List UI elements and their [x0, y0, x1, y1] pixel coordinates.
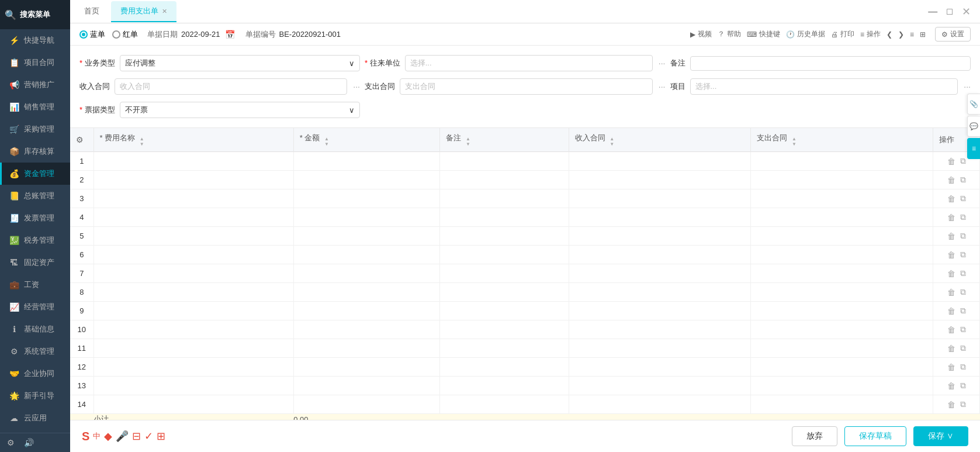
save-button[interactable]: 保存 ∨ — [913, 426, 968, 446]
copy-row-icon[interactable]: ⧉ — [960, 268, 966, 278]
video-action[interactable]: ▶ 视频 — [690, 29, 712, 39]
expense-contract-cell[interactable] — [751, 302, 933, 320]
sidebar-item-operations-mgmt[interactable]: 📈 经营管理 — [0, 296, 70, 318]
amount-cell[interactable] — [293, 189, 440, 208]
th-income-contract[interactable]: 收入合同 ▲ ▼ — [569, 128, 751, 152]
remark-cell[interactable] — [440, 358, 569, 377]
next-button[interactable]: ❯ — [898, 30, 904, 39]
delete-row-icon[interactable]: 🗑 — [947, 194, 955, 203]
settings-icon[interactable]: ⚙ — [7, 438, 15, 447]
gear-icon[interactable]: ⚙ — [76, 135, 84, 144]
sidebar-item-sales-mgmt[interactable]: 📊 销售管理 — [0, 96, 70, 118]
amount-cell[interactable] — [293, 227, 440, 246]
delete-row-icon[interactable]: 🗑 — [947, 232, 955, 241]
copy-row-icon[interactable]: ⧉ — [960, 231, 966, 241]
income-contract-cell[interactable] — [569, 171, 751, 189]
ops-action[interactable]: ≡ 操作 — [860, 29, 881, 39]
save-draft-button[interactable]: 保存草稿 — [844, 426, 906, 446]
amount-cell[interactable] — [293, 152, 440, 171]
copy-row-icon[interactable]: ⧉ — [960, 381, 966, 391]
remark-cell[interactable] — [440, 171, 569, 189]
copy-row-icon[interactable]: ⧉ — [960, 399, 966, 409]
income-contract-cell[interactable] — [569, 208, 751, 227]
remark-input[interactable] — [690, 56, 971, 71]
date-value[interactable]: 2022-09-21 — [181, 30, 220, 39]
expense-name-cell[interactable] — [94, 208, 293, 227]
expense-name-cell[interactable] — [94, 246, 293, 264]
amount-cell[interactable] — [293, 339, 440, 358]
list-view-button[interactable]: ≡ — [910, 30, 914, 39]
sidebar-item-capital-mgmt[interactable]: 💰 资金管理 — [0, 163, 70, 185]
delete-row-icon[interactable]: 🗑 — [947, 325, 955, 334]
amount-cell[interactable] — [293, 320, 440, 339]
bill-type-select[interactable]: 不开票 ∨ — [120, 102, 360, 118]
expense-contract-cell[interactable] — [751, 339, 933, 358]
expense-contract-cell[interactable] — [751, 171, 933, 189]
remark-cell[interactable] — [440, 283, 569, 302]
close-window-button[interactable]: ✕ — [960, 5, 973, 18]
copy-row-icon[interactable]: ⧉ — [960, 343, 966, 353]
expense-name-cell[interactable] — [94, 358, 293, 377]
copy-row-icon[interactable]: ⧉ — [960, 156, 966, 166]
income-contract-cell[interactable] — [569, 227, 751, 246]
expense-name-cell[interactable] — [94, 395, 293, 414]
blue-single-radio[interactable]: 蓝单 — [79, 29, 105, 40]
income-contract-cell[interactable] — [569, 358, 751, 377]
remark-cell[interactable] — [440, 264, 569, 283]
income-contract-cell[interactable] — [569, 189, 751, 208]
expense-contract-cell[interactable] — [751, 358, 933, 377]
amount-cell[interactable] — [293, 377, 440, 395]
expense-contract-cell[interactable] — [751, 283, 933, 302]
sidebar-item-new-guide[interactable]: 🌟 新手引导 — [0, 385, 70, 407]
amount-cell[interactable] — [293, 246, 440, 264]
grid-view-button[interactable]: ⊞ — [920, 30, 926, 39]
delete-row-icon[interactable]: 🗑 — [947, 363, 955, 372]
income-contract-cell[interactable] — [569, 152, 751, 171]
expense-contract-cell[interactable] — [751, 208, 933, 227]
expense-contract-input[interactable]: 支出合同 — [400, 78, 653, 95]
prev-button[interactable]: ❮ — [886, 30, 892, 39]
amount-cell[interactable] — [293, 283, 440, 302]
delete-row-icon[interactable]: 🗑 — [947, 213, 955, 222]
income-contract-cell[interactable] — [569, 339, 751, 358]
minimize-button[interactable]: — — [926, 5, 940, 18]
sidebar-item-quick-nav[interactable]: ⚡ 快捷导航 — [0, 29, 70, 51]
right-panel-comment-btn[interactable]: 💬 — [967, 116, 980, 137]
amount-cell[interactable] — [293, 208, 440, 227]
remark-cell[interactable] — [440, 208, 569, 227]
expense-name-cell[interactable] — [94, 302, 293, 320]
sidebar-item-invoice-mgmt[interactable]: 🧾 发票管理 — [0, 207, 70, 229]
sidebar-item-purchase-mgmt[interactable]: 🛒 采购管理 — [0, 118, 70, 140]
expense-contract-cell[interactable] — [751, 227, 933, 246]
expense-name-cell[interactable] — [94, 152, 293, 171]
delete-row-icon[interactable]: 🗑 — [947, 288, 955, 297]
income-contract-cell[interactable] — [569, 246, 751, 264]
discard-button[interactable]: 放弃 — [792, 426, 837, 446]
bill-no-value[interactable]: BE-20220921-001 — [279, 30, 341, 39]
sidebar-item-project-contract[interactable]: 📋 项目合同 — [0, 51, 70, 74]
th-expense-contract[interactable]: 支出合同 ▲ ▼ — [751, 128, 933, 152]
expense-name-cell[interactable] — [94, 339, 293, 358]
sidebar-header[interactable]: 🔍 搜索菜单 — [0, 0, 70, 29]
sidebar-item-system-mgmt[interactable]: ⚙ 系统管理 — [0, 340, 70, 363]
sidebar-item-payroll[interactable]: 💼 工资 — [0, 274, 70, 296]
income-contract-ellipsis[interactable]: ··· — [353, 82, 360, 91]
expense-name-cell[interactable] — [94, 283, 293, 302]
expense-name-cell[interactable] — [94, 377, 293, 395]
copy-row-icon[interactable]: ⧉ — [960, 362, 966, 372]
sidebar-item-marketing[interactable]: 📢 营销推广 — [0, 74, 70, 96]
amount-cell[interactable] — [293, 395, 440, 414]
expense-name-cell[interactable] — [94, 227, 293, 246]
right-panel-attachment-btn[interactable]: 📎 — [967, 94, 980, 115]
expense-contract-cell[interactable] — [751, 320, 933, 339]
th-expense-name[interactable]: * 费用名称 ▲ ▼ — [94, 128, 293, 152]
project-ellipsis[interactable]: ··· — [964, 82, 971, 91]
delete-row-icon[interactable]: 🗑 — [947, 381, 955, 391]
calendar-icon[interactable]: 📅 — [225, 30, 235, 39]
counterpart-input[interactable]: 选择... — [405, 55, 653, 71]
copy-row-icon[interactable]: ⧉ — [960, 212, 966, 222]
delete-row-icon[interactable]: 🗑 — [947, 269, 955, 278]
remark-cell[interactable] — [440, 302, 569, 320]
expense-name-cell[interactable] — [94, 320, 293, 339]
copy-row-icon[interactable]: ⧉ — [960, 175, 966, 185]
